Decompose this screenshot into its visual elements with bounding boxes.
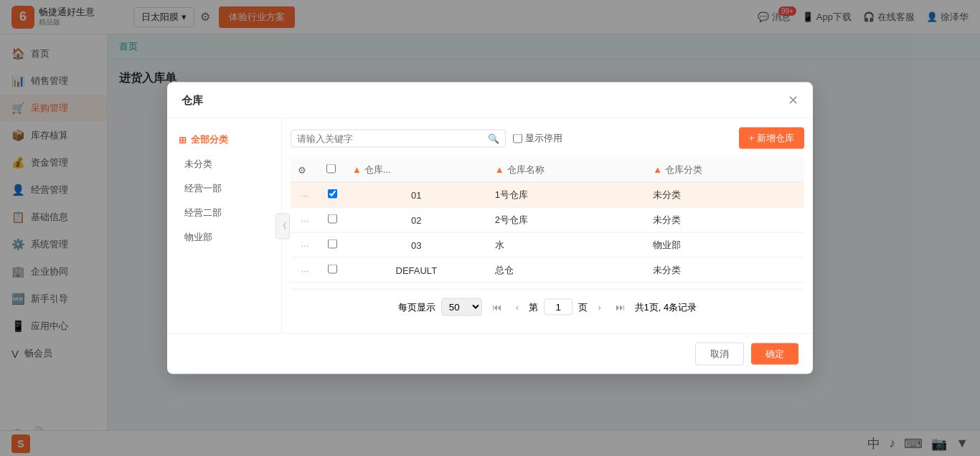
- dialog-toolbar: 🔍 显示停用 + 新增仓库: [291, 128, 804, 149]
- row-category: 未分类: [646, 182, 804, 207]
- col-name[interactable]: ▲仓库名称: [488, 158, 646, 183]
- row-name: 水: [488, 232, 646, 257]
- row-category: 物业部: [646, 232, 804, 257]
- category-item-ops2[interactable]: 经营二部: [167, 201, 281, 225]
- row-name: 总仓: [488, 257, 646, 282]
- cancel-btn[interactable]: 取消: [695, 343, 744, 366]
- row-gear[interactable]: ···: [291, 232, 319, 257]
- show-disabled-label[interactable]: 显示停用: [513, 132, 562, 145]
- search-input[interactable]: [297, 133, 488, 143]
- dialog-footer: 取消 确定: [167, 333, 813, 374]
- row-code: 03: [345, 232, 488, 257]
- table-row[interactable]: ··· 03 水 物业部: [291, 232, 804, 257]
- show-disabled-text: 显示停用: [525, 132, 562, 145]
- row-checkbox[interactable]: [328, 239, 337, 249]
- page-last-btn[interactable]: ⏭: [611, 300, 629, 314]
- category-all-label: 全部分类: [191, 133, 228, 146]
- col-check: [319, 158, 345, 183]
- col-settings: ⚙: [291, 158, 319, 183]
- page-label: 第: [529, 300, 538, 313]
- page-prev-btn[interactable]: ‹: [512, 300, 523, 314]
- row-name: 1号仓库: [488, 182, 646, 207]
- row-gear[interactable]: ···: [291, 182, 319, 207]
- row-code: 02: [345, 207, 488, 232]
- category-item-ops1[interactable]: 经营一部: [167, 176, 281, 201]
- per-page-label: 每页显示: [398, 300, 435, 313]
- row-code: 01: [345, 182, 488, 207]
- row-checkbox[interactable]: [328, 189, 337, 199]
- row-checkbox[interactable]: [328, 265, 337, 274]
- row-category: 未分类: [646, 257, 804, 282]
- dialog-body: ⊞ 全部分类 未分类 经营一部 经营二部 物业部 《 🔍 显示停用 + 新增仓库: [167, 119, 813, 333]
- search-icon[interactable]: 🔍: [488, 133, 499, 143]
- page-number-input[interactable]: [544, 299, 573, 315]
- col-category[interactable]: ▲仓库分类: [646, 158, 804, 183]
- row-checkbox[interactable]: [328, 214, 337, 224]
- search-box: 🔍: [291, 129, 506, 147]
- right-panel: 🔍 显示停用 + 新增仓库 ⚙ ▲仓库... ▲仓库名称 ▲仓库分类: [282, 119, 813, 333]
- table-row[interactable]: ··· DEFAULT 总仓 未分类: [291, 257, 804, 282]
- row-gear[interactable]: ···: [291, 257, 319, 282]
- category-item-unclassified[interactable]: 未分类: [167, 152, 281, 176]
- row-check[interactable]: [319, 182, 345, 207]
- add-warehouse-btn[interactable]: + 新增仓库: [739, 128, 804, 149]
- warehouse-table: ⚙ ▲仓库... ▲仓库名称 ▲仓库分类 ··· 01 1号仓库 未分类 ···…: [291, 158, 804, 283]
- category-all[interactable]: ⊞ 全部分类: [167, 128, 281, 152]
- table-row[interactable]: ··· 01 1号仓库 未分类: [291, 182, 804, 207]
- col-code[interactable]: ▲仓库...: [345, 158, 488, 183]
- page-first-btn[interactable]: ⏮: [488, 300, 506, 314]
- dialog-close-btn[interactable]: ✕: [788, 92, 798, 108]
- warehouse-dialog: 仓库 ✕ ⊞ 全部分类 未分类 经营一部 经营二部 物业部 《 🔍: [167, 82, 813, 374]
- row-check[interactable]: [319, 257, 345, 282]
- pagination: 每页显示 50 100 ⏮ ‹ 第 页 › ⏭ 共1页, 4条记录: [291, 289, 804, 325]
- table-header-row: ⚙ ▲仓库... ▲仓库名称 ▲仓库分类: [291, 158, 804, 183]
- page-unit: 页: [578, 300, 588, 313]
- row-category: 未分类: [646, 207, 804, 232]
- table-row[interactable]: ··· 02 2号仓库 未分类: [291, 207, 804, 232]
- confirm-btn[interactable]: 确定: [751, 343, 798, 365]
- per-page-select[interactable]: 50 100: [441, 298, 482, 316]
- select-all-checkbox[interactable]: [326, 164, 336, 174]
- row-gear[interactable]: ···: [291, 207, 319, 232]
- page-next-btn[interactable]: ›: [593, 300, 605, 314]
- show-disabled-checkbox[interactable]: [513, 133, 522, 143]
- row-code: DEFAULT: [345, 257, 488, 282]
- category-panel: ⊞ 全部分类 未分类 经营一部 经营二部 物业部 《: [167, 119, 282, 333]
- row-name: 2号仓库: [488, 207, 646, 232]
- grid-icon: ⊞: [179, 134, 187, 145]
- row-check[interactable]: [319, 232, 345, 257]
- collapse-panel-btn[interactable]: 《: [275, 213, 290, 239]
- dialog-header: 仓库 ✕: [167, 82, 813, 119]
- row-check[interactable]: [319, 207, 345, 232]
- category-item-property[interactable]: 物业部: [167, 225, 281, 250]
- total-info: 共1页, 4条记录: [635, 300, 697, 313]
- dialog-title: 仓库: [182, 93, 203, 107]
